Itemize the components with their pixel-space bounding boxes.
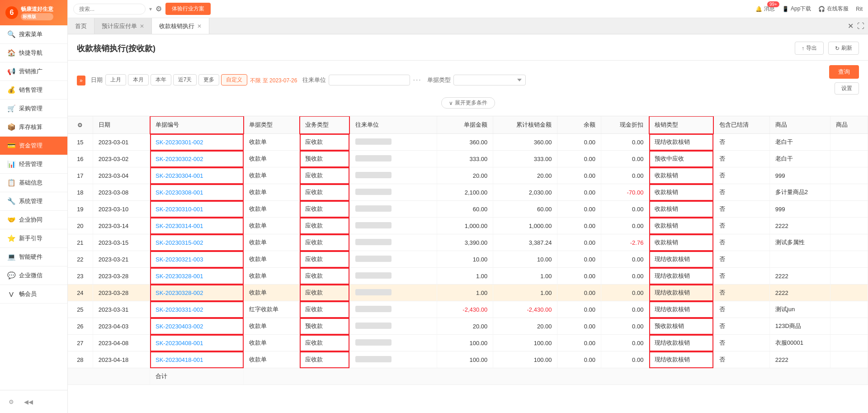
code-link[interactable]: SK-20230331-002 [156, 306, 203, 313]
code-link[interactable]: SK-20230328-001 [156, 273, 203, 280]
sidebar-icon-hardware: 💻 [7, 253, 15, 261]
row-cancel-amount: 3,387.24 [493, 234, 557, 251]
code-link[interactable]: SK-20230328-002 [156, 290, 203, 296]
counterparty-input[interactable] [329, 75, 410, 85]
filter-counterparty-item: 往来单位 ··· [302, 75, 421, 85]
row-balance: 0.00 [557, 218, 601, 234]
row-code: SK-20230315-002 [150, 234, 244, 251]
row-bill-type: 收款单 [244, 218, 300, 234]
topbar-chevron-icon[interactable]: ▾ [149, 6, 152, 12]
code-link[interactable]: SK-20230418-001 [156, 356, 203, 363]
row-date: 2023-03-02 [93, 151, 150, 167]
table-row: 21 2023-03-15 SK-20230315-002 收款单 应收款 3,… [68, 234, 868, 251]
date-btn-last-month[interactable]: 上月 [105, 74, 126, 85]
row-counterparty [349, 251, 437, 268]
collapse-btn[interactable]: ◀◀ [22, 395, 35, 408]
user-info[interactable]: Rit [856, 6, 863, 12]
tab-prepay-close[interactable]: ✕ [140, 23, 144, 29]
row-num: 26 [68, 318, 93, 335]
row-num: 27 [68, 335, 93, 351]
row-cancel-amount: 333.00 [493, 151, 557, 167]
query-btn[interactable]: 查询 [829, 65, 859, 79]
table-container[interactable]: ⚙ 日期 单据编号 单据类型 业务类型 往来单位 单据金额 累计核销金额 余额 … [68, 116, 868, 413]
content-area: 收款核销执行(按收款) ↑ 导出 ↻ 刷新 » 日期 [68, 34, 868, 413]
filter-expand-arrow[interactable]: » [77, 75, 85, 85]
code-link[interactable]: SK-20230308-001 [156, 189, 203, 196]
date-btn-7days[interactable]: 近7天 [173, 74, 197, 85]
table-row: 20 2023-03-14 SK-20230314-001 收款单 应收款 1,… [68, 218, 868, 234]
th-settings[interactable]: ⚙ [68, 116, 93, 134]
date-btn-more[interactable]: 更多 [198, 74, 219, 85]
row-balance: 0.00 [557, 134, 601, 151]
row-biz-type: 应收款 [300, 184, 349, 201]
sidebar-item-wechat[interactable]: 💬企业微信 [0, 266, 67, 285]
column-settings-icon[interactable]: ⚙ [77, 122, 83, 128]
online-service-btn[interactable]: 🎧 在线客服 [818, 5, 849, 13]
code-link[interactable]: SK-20230302-002 [156, 156, 203, 162]
notification-btn[interactable]: 🔔 消息 99+ [755, 5, 775, 13]
row-biz-type: 预收款 [300, 151, 349, 167]
app-download-btn[interactable]: 📱 App下载 [782, 5, 811, 13]
settings-bottom-btn[interactable]: ⚙ [5, 395, 18, 408]
topbar-actions: 🔔 消息 99+ 📱 App下载 🎧 在线客服 Rit [755, 5, 863, 13]
date-btn-this-month[interactable]: 本月 [128, 74, 149, 85]
sidebar-item-sales[interactable]: 💰销售管理 [0, 81, 67, 100]
sidebar-item-quick-nav[interactable]: 🏠快捷导航 [0, 44, 67, 62]
row-goods [769, 251, 830, 268]
date-btn-custom[interactable]: 自定义 [221, 74, 247, 85]
row-counterparty [349, 335, 437, 351]
sidebar-item-marketing[interactable]: 📢营销推广 [0, 62, 67, 81]
tab-receipt-close[interactable]: ✕ [197, 23, 202, 29]
close-window-icon[interactable]: ✕ [848, 22, 854, 30]
date-btn-this-year[interactable]: 本年 [151, 74, 171, 85]
code-link[interactable]: SK-20230403-002 [156, 323, 203, 330]
sidebar-item-system[interactable]: 🔧系统管理 [0, 192, 67, 211]
sidebar-item-member[interactable]: V畅会员 [0, 285, 67, 304]
topbar-gear-icon[interactable]: ⚙ [156, 5, 162, 13]
tab-receipt[interactable]: 收款核销执行 ✕ [152, 18, 209, 34]
refresh-btn[interactable]: ↻ 刷新 [828, 42, 859, 55]
row-counterparty [349, 268, 437, 285]
export-btn[interactable]: ↑ 导出 [795, 42, 824, 55]
tab-prepay[interactable]: 预计应应付单 ✕ [94, 18, 152, 34]
sidebar-item-inventory[interactable]: 📦库存核算 [0, 118, 67, 137]
code-link[interactable]: SK-20230314-001 [156, 223, 203, 229]
sidebar-item-hardware[interactable]: 💻智能硬件 [0, 248, 67, 266]
tab-home[interactable]: 首页 [68, 18, 94, 34]
row-num: 18 [68, 184, 93, 201]
app-version: 标推版 [21, 13, 53, 20]
sidebar-item-enterprise[interactable]: 🤝企业协同 [0, 211, 67, 229]
row-goods: 2222 [769, 268, 830, 285]
counterparty-more-icon[interactable]: ··· [413, 76, 421, 84]
row-goods2 [830, 318, 868, 335]
code-link[interactable]: SK-20230315-002 [156, 239, 203, 246]
solution-btn[interactable]: 体验行业方案 [165, 3, 211, 15]
sidebar-icon-wechat: 💬 [7, 271, 15, 280]
sidebar-item-finance[interactable]: 💳资金管理 [0, 137, 67, 155]
row-goods2 [830, 335, 868, 351]
code-link[interactable]: SK-20230408-001 [156, 340, 203, 347]
sidebar-item-search[interactable]: 🔍搜索菜单 [0, 25, 67, 44]
sidebar-label-base-info: 基础信息 [19, 179, 42, 187]
code-link[interactable]: SK-20230301-002 [156, 139, 203, 146]
row-biz-type: 应收款 [300, 134, 349, 151]
row-code: SK-20230331-002 [150, 301, 244, 318]
maximize-icon[interactable]: ⛶ [857, 22, 864, 30]
setting-btn[interactable]: 设置 [835, 82, 859, 95]
row-cancel-amount: 60.00 [493, 201, 557, 218]
sidebar-item-base-info[interactable]: 📋基础信息 [0, 174, 67, 192]
chevron-down-icon: ∨ [449, 100, 453, 106]
expand-conditions-btn[interactable]: ∨ 展开更多条件 [441, 97, 495, 109]
sidebar-item-operations[interactable]: 📊经营管理 [0, 155, 67, 174]
sidebar-item-purchase[interactable]: 🛒采购管理 [0, 100, 67, 118]
code-link[interactable]: SK-20230321-003 [156, 256, 203, 263]
code-link[interactable]: SK-20230310-001 [156, 206, 203, 213]
row-cancel-type: 现结收款核销 [649, 251, 713, 268]
code-link[interactable]: SK-20230304-001 [156, 172, 203, 179]
app-name: 畅康道好生意 [21, 5, 53, 13]
sidebar-icon-enterprise: 🤝 [7, 216, 15, 224]
topbar-search-input[interactable] [73, 4, 146, 14]
row-num: 24 [68, 285, 93, 301]
bill-type-select[interactable] [453, 75, 526, 85]
sidebar-item-guide[interactable]: ⭐新手引导 [0, 229, 67, 248]
